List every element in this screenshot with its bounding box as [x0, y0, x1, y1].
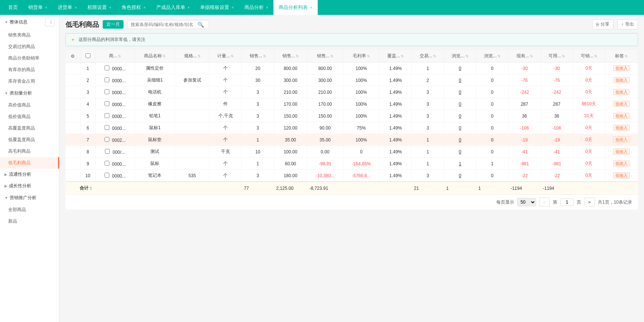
col-settings[interactable]: ⚙: [65, 50, 80, 63]
row-code-6[interactable]: 0002...: [95, 134, 135, 146]
row-no-3: 4: [80, 98, 95, 110]
sidebar-item-high-value[interactable]: 高价值商品: [0, 99, 59, 111]
nav-product-analysis-list[interactable]: 商品分析列表 ×: [273, 0, 317, 15]
row-code-1[interactable]: 0000...: [95, 74, 135, 86]
next-page-button[interactable]: ＞: [584, 198, 595, 207]
sidebar-item-new-products[interactable]: 新品: [0, 216, 59, 227]
row-checkbox-4[interactable]: [105, 113, 109, 118]
row-checkbox-5[interactable]: [105, 125, 109, 130]
select-all-checkbox[interactable]: [86, 53, 90, 58]
row-trade-count-9: 3: [412, 170, 444, 182]
col-code[interactable]: 商...⇅: [95, 50, 135, 63]
col-current-stock[interactable]: 现有...⇅: [508, 50, 541, 63]
col-sales-amt[interactable]: 销售...⇅: [274, 50, 307, 63]
col-available-stock[interactable]: 可用...⇅: [541, 50, 573, 63]
col-sellable-days[interactable]: 可销...⇅: [573, 50, 605, 63]
col-spec[interactable]: 规格...⇅: [175, 50, 209, 63]
nav-template-close[interactable]: ×: [231, 5, 234, 10]
nav-product-analysis-list-close[interactable]: ×: [310, 5, 312, 10]
row-browse1-7[interactable]: 0: [444, 146, 476, 158]
sidebar-item-high-coverage[interactable]: 高覆盖度商品: [0, 122, 59, 134]
nav-product-storage-close[interactable]: ×: [188, 5, 190, 10]
row-checkbox-9[interactable]: [105, 173, 109, 178]
sidebar-item-inventory-capital[interactable]: 库存资金占用: [0, 76, 59, 87]
nav-template-settings[interactable]: 单据模板设置 ×: [195, 0, 239, 15]
sidebar-item-sales-category[interactable]: 销售类商品: [0, 29, 59, 41]
nav-role-auth[interactable]: 角色授权 ×: [116, 0, 151, 15]
row-browse1-4[interactable]: 0: [444, 110, 476, 122]
row-spec-2: [175, 86, 209, 98]
nav-product-analysis[interactable]: 商品分析 ×: [239, 0, 273, 15]
export-button[interactable]: ↑ 导出: [617, 19, 638, 29]
sidebar-group-overall[interactable]: ▼ 整体信息 《: [0, 15, 59, 29]
col-sales-qty[interactable]: 销售...⇅: [242, 50, 274, 63]
sidebar-item-low-coverage[interactable]: 低覆盖度商品: [0, 134, 59, 146]
sidebar-item-high-margin[interactable]: 高毛利商品: [0, 146, 59, 157]
prev-page-button[interactable]: ＜: [539, 198, 550, 207]
sidebar-item-all-products[interactable]: 全部商品: [0, 204, 59, 216]
row-browse1-2[interactable]: 0: [444, 86, 476, 98]
nav-permission-close[interactable]: ×: [109, 5, 111, 10]
col-unit[interactable]: 计量...⇅: [209, 50, 242, 63]
row-browse1-0[interactable]: 0: [444, 63, 476, 74]
row-checkbox-0[interactable]: [105, 66, 109, 70]
sidebar-collapse-btn[interactable]: 《: [45, 18, 55, 26]
page-size-select[interactable]: 50 100 200: [517, 198, 536, 206]
col-trade-count[interactable]: 交易...⇅: [412, 50, 444, 63]
row-code-7[interactable]: 000/...: [95, 146, 135, 158]
col-browse2[interactable]: 浏览...⇅: [476, 50, 509, 63]
row-browse1-3[interactable]: 0: [444, 98, 476, 110]
row-cover-rate-5: 1.49%: [379, 122, 412, 134]
col-name[interactable]: 商品名称⇅: [135, 50, 175, 63]
nav-purchase-order-close[interactable]: ×: [74, 5, 77, 10]
nav-sales-order[interactable]: 销货单 ×: [23, 0, 52, 15]
col-sales-profit[interactable]: 销售...⇅: [307, 50, 343, 63]
row-code-0[interactable]: 0000...: [95, 63, 135, 74]
row-sales-profit-1: 300.00: [307, 74, 343, 86]
sidebar-group-marketing[interactable]: ▼ 营销推广分析: [0, 192, 59, 204]
nav-purchase-order[interactable]: 进货单 ×: [52, 0, 82, 15]
row-checkbox-7[interactable]: [105, 149, 110, 154]
row-checkbox-3[interactable]: [105, 101, 109, 106]
row-checkbox-8[interactable]: [105, 161, 109, 166]
share-button[interactable]: ⎘ 分享: [592, 19, 613, 29]
search-input[interactable]: [131, 22, 198, 27]
row-code-5[interactable]: 0000...: [95, 122, 135, 134]
sidebar-item-category-sales-rate[interactable]: 商品分类助销率: [0, 52, 59, 64]
nav-role-auth-close[interactable]: ×: [143, 5, 145, 10]
nav-sales-order-close[interactable]: ×: [45, 5, 47, 10]
sidebar-group-growth[interactable]: ▶ 成长性分析: [0, 180, 59, 192]
sidebar-item-traded-goods[interactable]: 交易过的商品: [0, 41, 59, 52]
row-checkbox-1[interactable]: [105, 77, 109, 82]
date-filter-button[interactable]: 近一月: [103, 20, 124, 29]
row-checkbox-2[interactable]: [105, 89, 109, 94]
current-page-input[interactable]: [560, 198, 574, 206]
col-browse1[interactable]: 浏览...⇅: [444, 50, 476, 63]
sidebar-group-circulation[interactable]: ▶ 流通性分析: [0, 169, 59, 180]
col-cover-rate[interactable]: 覆盖...⇅: [379, 50, 412, 63]
search-icon[interactable]: 🔍: [198, 22, 204, 28]
row-checkbox-6[interactable]: [105, 137, 109, 142]
sidebar-item-low-value[interactable]: 低价值商品: [0, 111, 59, 122]
row-browse1-6[interactable]: 0: [444, 134, 476, 146]
col-tag[interactable]: 标签⇅: [605, 50, 638, 63]
sidebar-item-in-stock[interactable]: 有库存的商品: [0, 64, 59, 76]
footer-empty2: [135, 182, 175, 194]
nav-product-analysis-close[interactable]: ×: [266, 5, 268, 10]
footer-empty8: [605, 182, 638, 194]
nav-home[interactable]: 首页: [3, 0, 23, 15]
row-browse1-8[interactable]: 1: [444, 158, 476, 170]
nav-product-storage[interactable]: 产成品入库单 ×: [151, 0, 195, 15]
row-browse1-1[interactable]: 0: [444, 74, 476, 86]
row-code-8[interactable]: 0000...: [95, 158, 135, 170]
row-code-2[interactable]: 0000...: [95, 86, 135, 98]
row-code-4[interactable]: 0000...: [95, 110, 135, 122]
col-gross-rate[interactable]: 毛利率⇅: [343, 50, 379, 63]
sidebar-group-category-analysis[interactable]: ▼ 类别量分析: [0, 87, 59, 99]
row-browse1-9[interactable]: 0: [444, 170, 476, 182]
nav-permission[interactable]: 权限设置 ×: [82, 0, 116, 15]
row-code-3[interactable]: 0000...: [95, 98, 135, 110]
row-browse1-5[interactable]: 0: [444, 122, 476, 134]
row-code-9[interactable]: 0000...: [95, 170, 135, 182]
sidebar-item-low-margin[interactable]: 低毛利商品: [0, 157, 59, 169]
